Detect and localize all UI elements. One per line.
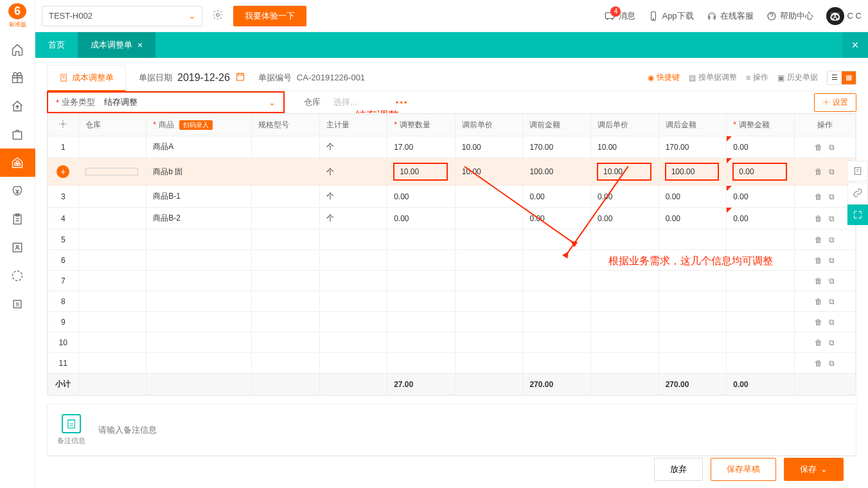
remarks-input[interactable]: [98, 425, 846, 435]
tab-cost-adjust[interactable]: 成本调整单 ×: [78, 32, 155, 58]
table-row[interactable]: 4 商品B-2 个 0.00 0.00 0.00 0.00 0.00 🗑⧉: [48, 208, 856, 230]
discard-button[interactable]: 放弃: [654, 458, 703, 481]
delete-row-icon[interactable]: 🗑: [815, 192, 822, 201]
product-cell[interactable]: [146, 312, 252, 332]
product-cell[interactable]: 商品A: [146, 136, 252, 158]
calendar-icon[interactable]: [235, 71, 245, 84]
qty-input[interactable]: 10.00: [394, 163, 447, 180]
help-link[interactable]: 帮助中心: [766, 10, 813, 22]
product-cell[interactable]: 商品b 固: [146, 158, 252, 186]
messages-link[interactable]: 消息 4: [604, 10, 635, 22]
tab-home[interactable]: 首页: [35, 32, 78, 58]
warehouse-input[interactable]: [85, 168, 139, 176]
product-cell[interactable]: [146, 250, 252, 271]
view-grid-icon[interactable]: ▦: [842, 71, 856, 84]
col-warehouse[interactable]: 仓库: [78, 114, 146, 136]
more-dots-icon[interactable]: •••: [396, 98, 409, 107]
copy-row-icon[interactable]: ⧉: [829, 214, 835, 223]
view-toggle[interactable]: ☰ ▦: [827, 71, 856, 85]
delete-row-icon[interactable]: 🗑: [815, 235, 822, 244]
user-menu[interactable]: 🐼 C C: [826, 7, 862, 25]
nav-upload-icon[interactable]: [0, 92, 35, 120]
table-row[interactable]: 1 商品A 个 17.00 10.00 170.00 10.00 170.00 …: [48, 136, 856, 158]
settings-button[interactable]: 设置: [814, 93, 856, 112]
adjamt-input[interactable]: 0.00: [733, 163, 786, 180]
date-value[interactable]: 2019-12-26: [177, 72, 230, 84]
table-row[interactable]: 9 🗑⧉: [48, 312, 856, 332]
table-row[interactable]: 5 🗑⧉: [48, 230, 856, 250]
copy-row-icon[interactable]: ⧉: [829, 297, 835, 306]
table-row[interactable]: 11 🗑⧉: [48, 353, 856, 374]
nav-clipboard-icon[interactable]: [0, 205, 35, 233]
col-postamt[interactable]: 调后金额: [659, 114, 727, 136]
copy-row-icon[interactable]: ⧉: [829, 338, 835, 347]
delete-row-icon[interactable]: 🗑: [815, 318, 822, 327]
product-cell[interactable]: 商品B-1: [146, 186, 252, 208]
save-draft-button[interactable]: 保存草稿: [711, 458, 776, 481]
shortcut-link[interactable]: ◉ 快捷键: [648, 72, 680, 83]
delete-row-icon[interactable]: 🗑: [815, 338, 822, 347]
product-cell[interactable]: [146, 230, 252, 250]
nav-contact-icon[interactable]: [0, 233, 35, 262]
copy-row-icon[interactable]: ⧉: [829, 318, 835, 327]
app-download-link[interactable]: App下载: [648, 10, 693, 22]
table-row[interactable]: + 商品b 固 个 10.00 10.00 100.00 10.00 100.0…: [48, 158, 856, 186]
dock-expand-icon[interactable]: [847, 204, 868, 225]
delete-row-icon[interactable]: 🗑: [815, 143, 822, 152]
save-button[interactable]: 保存 ⌄: [784, 458, 844, 481]
close-all-tabs-icon[interactable]: ×: [842, 32, 868, 58]
copy-row-icon[interactable]: ⧉: [829, 167, 835, 176]
col-spec[interactable]: 规格型号: [251, 114, 319, 136]
nav-bag-icon[interactable]: [0, 120, 35, 149]
nav-new-icon[interactable]: 新: [0, 290, 35, 318]
product-cell[interactable]: [146, 271, 252, 291]
table-row[interactable]: 3 商品B-1 个 0.00 0.00 0.00 0.00 0.00 🗑⧉: [48, 186, 856, 208]
customer-service-link[interactable]: 在线客服: [707, 10, 754, 22]
add-row-icon[interactable]: +: [57, 165, 69, 178]
col-postprice[interactable]: 调后单价: [591, 114, 659, 136]
product-cell[interactable]: 商品B-2: [146, 208, 252, 230]
tab-close-icon[interactable]: ×: [137, 40, 143, 50]
postamt-input[interactable]: 100.00: [666, 163, 719, 180]
product-cell[interactable]: [146, 291, 252, 312]
company-select[interactable]: TEST-H002 ⌄: [42, 6, 202, 26]
dock-note-icon[interactable]: [847, 161, 868, 181]
col-uom[interactable]: 主计量: [319, 114, 387, 136]
nav-home-icon[interactable]: [0, 35, 35, 64]
copy-row-icon[interactable]: ⧉: [829, 235, 835, 244]
copy-row-icon[interactable]: ⧉: [829, 276, 835, 285]
ops-link[interactable]: ≡ 操作: [746, 72, 768, 83]
nav-money-icon[interactable]: [0, 177, 35, 205]
copy-row-icon[interactable]: ⧉: [829, 192, 835, 201]
col-adjamt[interactable]: *调整金额: [727, 114, 795, 136]
nav-sync-icon[interactable]: [0, 262, 35, 290]
copy-row-icon[interactable]: ⧉: [829, 143, 835, 152]
delete-row-icon[interactable]: 🗑: [815, 167, 822, 176]
product-cell[interactable]: [146, 332, 252, 353]
delete-row-icon[interactable]: 🗑: [815, 256, 822, 265]
table-row[interactable]: 8 🗑⧉: [48, 291, 856, 312]
table-row[interactable]: 7 🗑⧉: [48, 271, 856, 291]
document-tab[interactable]: 成本调整单: [47, 65, 126, 91]
col-product[interactable]: *商品扫码录入: [146, 114, 252, 136]
col-settings-icon[interactable]: [48, 114, 79, 136]
delete-row-icon[interactable]: 🗑: [815, 359, 822, 368]
delete-row-icon[interactable]: 🗑: [815, 276, 822, 285]
col-preprice[interactable]: 调前单价: [455, 114, 523, 136]
nav-gift-icon[interactable]: [0, 64, 35, 92]
business-type-select[interactable]: * 业务类型 结存调整 ⌄: [47, 91, 285, 113]
delete-row-icon[interactable]: 🗑: [815, 214, 822, 223]
scan-badge[interactable]: 扫码录入: [179, 120, 213, 130]
try-button[interactable]: 我要体验一下: [233, 6, 306, 26]
product-cell[interactable]: [146, 353, 252, 374]
copy-row-icon[interactable]: ⧉: [829, 359, 835, 368]
warehouse-select[interactable]: 仓库 选择... •••: [304, 96, 409, 108]
dock-link-icon[interactable]: [847, 183, 868, 203]
copy-row-icon[interactable]: ⧉: [829, 256, 835, 265]
col-preamt[interactable]: 调前金额: [523, 114, 591, 136]
delete-row-icon[interactable]: 🗑: [815, 297, 822, 306]
col-qty[interactable]: *调整数量: [387, 114, 456, 136]
history-link[interactable]: ▣ 历史单据: [777, 72, 818, 83]
by-doc-link[interactable]: ▤ 按单据调整: [689, 72, 737, 83]
table-row[interactable]: 10 🗑⧉: [48, 332, 856, 353]
